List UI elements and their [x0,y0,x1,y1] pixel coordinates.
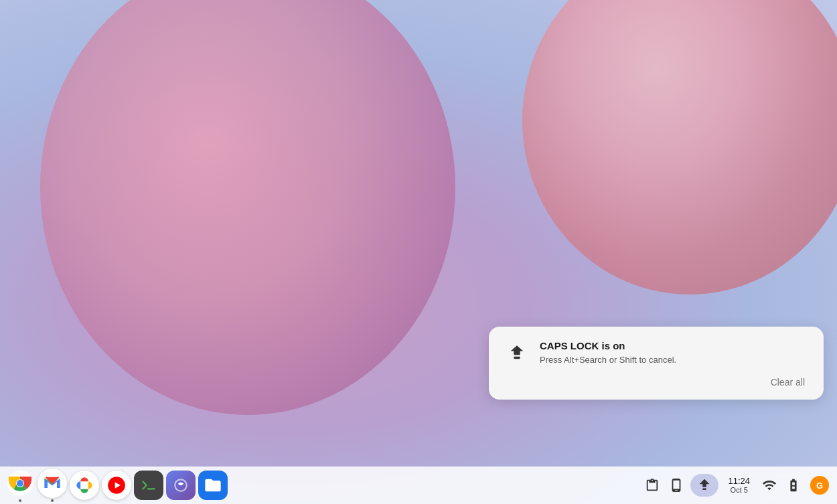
svg-point-5 [82,483,87,488]
svg-rect-0 [514,357,520,359]
notification-text: CAPS LOCK is on Press Alt+Search or Shif… [540,340,808,366]
app-chrome[interactable] [5,469,35,502]
time-display: 11:24 [728,476,750,487]
battery-button[interactable] [783,475,804,495]
app-files[interactable] [198,471,228,500]
svg-rect-9 [703,489,707,490]
avatar-button[interactable]: G [808,473,832,497]
date-display: Oct 5 [731,486,748,495]
app-dot-chrome [19,499,21,502]
wallpaper [0,0,837,504]
date-time-display[interactable]: 11:24 Oct 5 [722,473,755,498]
phone-hub-button[interactable] [666,475,686,495]
taskbar: 11:24 Oct 5 G [0,467,837,504]
caps-lock-notification-icon [505,341,529,365]
notification-title: CAPS LOCK is on [540,340,808,351]
app-carplay[interactable] [166,471,196,500]
clear-all-button[interactable]: Clear all [765,374,810,390]
app-gmail[interactable] [37,469,67,502]
app-dot-gmail [51,499,54,502]
caps-lock-tray-button[interactable] [690,474,718,497]
svg-point-4 [17,480,23,487]
app-photos[interactable] [70,471,99,500]
app-youtube[interactable] [102,471,131,500]
notification-item: CAPS LOCK is on Press Alt+Search or Shif… [505,340,808,366]
app-terminal[interactable] [134,471,163,500]
clipboard-button[interactable] [642,475,662,495]
taskbar-apps [5,469,642,502]
system-tray: 11:24 Oct 5 G [642,473,832,498]
wifi-button[interactable] [759,475,779,495]
notification-popup: CAPS LOCK is on Press Alt+Search or Shif… [489,327,824,400]
notification-body: Press Alt+Search or Shift to cancel. [540,354,808,366]
user-avatar: G [810,476,829,495]
svg-point-8 [179,483,182,485]
